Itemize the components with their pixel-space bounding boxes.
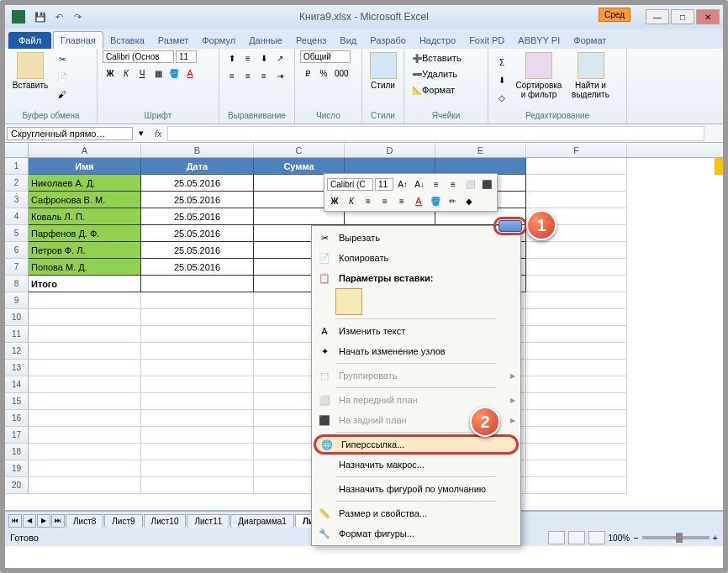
cell[interactable]: 25.05.2016 (141, 175, 254, 192)
cut-icon[interactable]: ✂ (54, 50, 71, 67)
styles-button[interactable]: Стили (367, 50, 398, 92)
mini-shrink-icon[interactable]: A↓ (412, 176, 427, 192)
cell[interactable]: 25.05.2016 (141, 242, 254, 259)
cell[interactable]: Сафронова В. М. (29, 192, 141, 208)
nav-first[interactable]: ⏮ (8, 514, 22, 528)
view-layout-icon[interactable] (568, 531, 585, 544)
nav-next[interactable]: ▶ (37, 514, 50, 528)
fill-icon[interactable]: ⬇ (493, 71, 510, 88)
cell[interactable] (29, 343, 141, 360)
zoom-in[interactable]: + (713, 533, 718, 543)
header-cell[interactable]: Сумма (254, 158, 345, 175)
row-header[interactable]: 15 (5, 393, 29, 410)
cell[interactable] (141, 393, 254, 410)
cell[interactable] (526, 259, 627, 276)
find-select-button[interactable]: Найти и выделить (567, 50, 614, 101)
cell[interactable] (141, 326, 254, 343)
font-color-button[interactable]: A (182, 66, 198, 81)
font-size-select[interactable]: 11 (176, 50, 197, 63)
cell[interactable] (29, 376, 141, 393)
cell[interactable] (526, 158, 627, 175)
cell[interactable] (141, 376, 254, 393)
cell[interactable] (29, 444, 141, 460)
cells-insert[interactable]: ➕ Вставить (409, 50, 485, 66)
qat-undo-icon[interactable]: ↶ (50, 8, 67, 25)
underline-button[interactable]: Ч (135, 66, 150, 81)
cell[interactable] (526, 376, 627, 393)
row-header[interactable]: 16 (5, 410, 29, 427)
row-header[interactable]: 18 (5, 444, 29, 460)
qat-redo-icon[interactable]: ↷ (69, 8, 86, 25)
cm-format-shape[interactable]: 🔧Формат фигуры... (314, 523, 519, 544)
cell[interactable] (526, 309, 627, 326)
cell[interactable]: Коваль Л. П. (29, 208, 141, 225)
cell[interactable] (141, 477, 254, 494)
cell[interactable] (141, 427, 254, 444)
cell[interactable] (141, 343, 254, 360)
cell[interactable] (29, 393, 141, 410)
col-header[interactable]: C (254, 143, 345, 157)
cm-size-properties[interactable]: 📏Размер и свойства... (314, 503, 519, 523)
cell[interactable] (526, 393, 627, 410)
nav-last[interactable]: ⏭ (51, 514, 65, 528)
clear-icon[interactable]: ◇ (493, 89, 510, 106)
cell[interactable]: 25.05.2016 (141, 225, 254, 242)
cell[interactable]: 25.05.2016 (141, 259, 254, 276)
cell[interactable]: Николаев А. Д. (29, 175, 141, 192)
italic-button[interactable]: К (119, 66, 134, 81)
tab-layout[interactable]: Размет (151, 32, 195, 49)
row-header[interactable]: 1 (5, 158, 29, 175)
cm-copy[interactable]: 📄Копировать (314, 248, 519, 268)
cell[interactable] (141, 444, 254, 460)
row-header[interactable]: 17 (5, 427, 29, 444)
fx-label[interactable]: fx (150, 129, 167, 139)
mini-fill-icon[interactable]: 🪣 (428, 193, 443, 208)
row-header[interactable]: 11 (5, 326, 29, 343)
mini-bold[interactable]: Ж (327, 193, 342, 208)
formula-input[interactable] (167, 126, 704, 141)
cell[interactable] (141, 292, 254, 309)
cell[interactable] (526, 460, 627, 477)
mini-front-icon[interactable]: ⬜ (462, 176, 477, 192)
cell[interactable] (29, 326, 141, 343)
col-header[interactable]: E (435, 143, 526, 157)
cell[interactable] (526, 427, 627, 444)
row-header[interactable]: 2 (5, 175, 29, 192)
mini-font-color[interactable]: A (411, 193, 426, 208)
cm-cut[interactable]: ✂Вырезать (314, 228, 519, 248)
cell[interactable]: Парфенов Д. Ф. (29, 225, 141, 242)
header-cell[interactable]: Имя (29, 158, 141, 175)
cell[interactable] (526, 343, 627, 360)
row-header[interactable]: 4 (5, 208, 29, 225)
tab-formulas[interactable]: Формул (195, 32, 242, 49)
cell[interactable] (526, 276, 627, 292)
tab-abbyy[interactable]: ABBYY PI (511, 32, 567, 49)
paste-button[interactable]: Вставить (10, 50, 50, 92)
cm-edit-text[interactable]: AИзменить текст (314, 321, 519, 341)
name-box[interactable]: Скругленный прямо… (7, 127, 133, 140)
mini-align-icon[interactable]: ≡ (446, 176, 461, 192)
align-center[interactable]: ≡ (240, 68, 256, 83)
sort-filter-button[interactable]: Сортировка и фильтр (514, 50, 564, 101)
mini-grow-icon[interactable]: A↑ (395, 176, 410, 192)
mini-outline-icon[interactable]: ✏ (445, 193, 460, 208)
row-header[interactable]: 13 (5, 360, 29, 376)
sheet-tab[interactable]: Диаграмма1 (230, 514, 294, 528)
mini-font-name[interactable]: Calibri (С (327, 178, 373, 191)
cell[interactable] (141, 276, 254, 292)
tab-home[interactable]: Главная (53, 31, 103, 49)
align-left[interactable]: ≡ (224, 68, 240, 83)
header-cell[interactable] (345, 158, 435, 175)
bold-button[interactable]: Ж (103, 66, 118, 81)
tab-data[interactable]: Данные (242, 32, 289, 49)
cell[interactable] (29, 427, 141, 444)
cells-delete[interactable]: ➖ Удалить (409, 66, 485, 81)
cell[interactable] (526, 326, 627, 343)
tab-addins[interactable]: Надстро (413, 32, 462, 49)
tab-format[interactable]: Формат (567, 32, 613, 49)
view-break-icon[interactable] (588, 531, 605, 544)
cell[interactable] (526, 410, 627, 427)
qat-save-icon[interactable]: 💾 (32, 8, 49, 25)
col-header[interactable]: B (141, 143, 254, 157)
cell[interactable] (29, 292, 141, 309)
